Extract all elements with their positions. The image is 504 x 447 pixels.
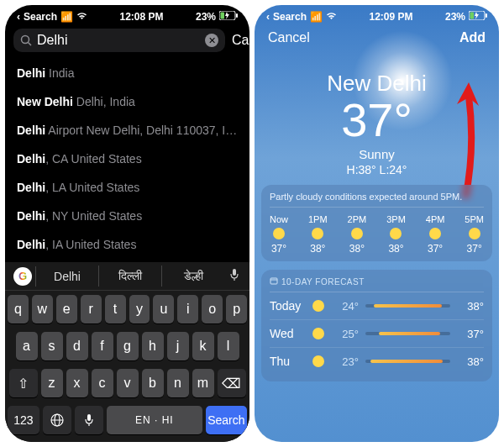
result-item[interactable]: Delhi, NY United States (17, 202, 238, 230)
hour-label: 3PM (386, 214, 406, 224)
key-shift[interactable]: ⇧ (9, 369, 38, 397)
key-mic[interactable] (75, 406, 103, 434)
key-n[interactable]: n (167, 369, 189, 397)
key-f[interactable]: f (92, 332, 113, 360)
hourly-card: Partly cloudy conditions expected around… (261, 185, 492, 261)
hour-col: 5PM37° (465, 214, 484, 255)
suggestion[interactable]: डेल्ही (161, 266, 224, 287)
battery-pct: 23% (196, 11, 216, 23)
result-item[interactable]: Delhi, LA United States (17, 173, 238, 202)
keyboard: G Delhi दिल्ली डेल्ही qwertyuiop asdfghj… (5, 262, 249, 442)
google-icon[interactable]: G (13, 267, 32, 286)
key-i[interactable]: i (177, 295, 198, 323)
svg-point-3 (22, 36, 29, 44)
result-item[interactable]: Delhi Airport New Delhi, Delhi 110037, I… (17, 116, 238, 145)
sun-icon (273, 228, 285, 239)
key-k[interactable]: k (192, 332, 214, 360)
clear-icon[interactable]: ✕ (205, 34, 218, 47)
svg-rect-14 (470, 13, 475, 19)
key-space[interactable]: EN · HI (107, 406, 202, 434)
hour-label: 1PM (308, 214, 328, 224)
hour-label: 2PM (348, 214, 367, 224)
suggestion[interactable]: Delhi (35, 266, 98, 287)
result-item[interactable]: Delhi, IA United States (17, 230, 238, 259)
key-a[interactable]: a (16, 332, 38, 360)
clock: 12:09 PM (369, 11, 412, 23)
svg-line-4 (29, 43, 32, 46)
battery-icon (219, 11, 238, 23)
key-t[interactable]: t (105, 295, 126, 323)
hour-temp: 37° (271, 243, 286, 255)
key-h[interactable]: h (142, 332, 164, 360)
day-lo: 24° (328, 300, 359, 313)
back-chevron-icon[interactable]: ‹ (266, 11, 270, 23)
key-u[interactable]: u (153, 295, 174, 323)
forecast-header-text: 10-DAY FORECAST (281, 277, 365, 287)
hour-col: Now37° (270, 214, 288, 255)
day-name: Thu (270, 355, 308, 368)
sun-glare (352, 30, 453, 131)
hour-col: 3PM38° (386, 214, 406, 255)
forecast-row: Today24°38° (270, 292, 484, 320)
key-s[interactable]: s (41, 332, 63, 360)
add-button[interactable]: Add (459, 30, 486, 45)
cancel-button[interactable]: Cancel (268, 30, 310, 45)
key-p[interactable]: p (226, 295, 247, 323)
sun-icon (308, 355, 328, 367)
key-search[interactable]: Search (206, 406, 247, 434)
svg-rect-1 (236, 13, 238, 18)
key-r[interactable]: r (81, 295, 102, 323)
key-c[interactable]: c (92, 369, 113, 397)
battery-pct: 23% (445, 11, 465, 23)
wifi-icon (76, 11, 87, 23)
key-o[interactable]: o (202, 295, 223, 323)
key-z[interactable]: z (41, 369, 63, 397)
key-g[interactable]: g (117, 332, 139, 360)
key-l[interactable]: l (218, 332, 239, 360)
key-d[interactable]: d (66, 332, 88, 360)
key-j[interactable]: j (167, 332, 189, 360)
hour-col: 1PM38° (308, 214, 328, 255)
temp-bar (365, 304, 450, 308)
sun-icon (308, 300, 328, 312)
temp-bar (365, 360, 450, 363)
search-input[interactable] (37, 33, 205, 48)
key-q[interactable]: q (8, 295, 29, 323)
back-label[interactable]: Search (273, 11, 307, 23)
search-icon (20, 34, 32, 46)
key-backspace[interactable]: ⌫ (218, 369, 246, 397)
key-m[interactable]: m (192, 369, 214, 397)
back-label[interactable]: Search (24, 11, 57, 23)
temp-bar (365, 332, 450, 335)
key-w[interactable]: w (32, 295, 53, 323)
key-v[interactable]: v (117, 369, 139, 397)
result-item[interactable]: New Delhi Delhi, India (17, 87, 238, 116)
hourly-summary: Partly cloudy conditions expected around… (270, 192, 484, 208)
sun-icon (351, 228, 363, 239)
suggestion-row: G Delhi दिल्ली डेल्ही (5, 262, 249, 291)
search-screen: ‹ Search 📶 12:08 PM 23% ✕ Cancel Delhi I… (5, 5, 249, 442)
hour-label: 4PM (426, 214, 445, 224)
mic-icon[interactable] (224, 268, 244, 285)
svg-rect-13 (486, 13, 487, 18)
cancel-button[interactable]: Cancel (232, 33, 249, 48)
condition: Sunny (255, 147, 499, 161)
forecast-header: 10-DAY FORECAST (270, 276, 484, 292)
key-123[interactable]: 123 (8, 406, 39, 434)
result-item[interactable]: Delhi, CA United States (17, 145, 238, 173)
sun-icon (308, 328, 328, 339)
svg-rect-5 (233, 269, 236, 276)
back-chevron-icon[interactable]: ‹ (17, 11, 20, 23)
day-lo: 25° (328, 328, 359, 340)
key-b[interactable]: b (142, 369, 164, 397)
key-e[interactable]: e (56, 295, 77, 323)
suggestion[interactable]: दिल्ली (98, 266, 161, 287)
search-field[interactable]: ✕ (13, 29, 225, 52)
key-globe[interactable] (43, 406, 71, 434)
key-y[interactable]: y (129, 295, 150, 323)
battery-icon (469, 11, 487, 23)
signal-icon: 📶 (60, 11, 73, 23)
signal-icon: 📶 (310, 11, 323, 23)
result-item[interactable]: Delhi India (17, 59, 238, 87)
key-x[interactable]: x (66, 369, 88, 397)
